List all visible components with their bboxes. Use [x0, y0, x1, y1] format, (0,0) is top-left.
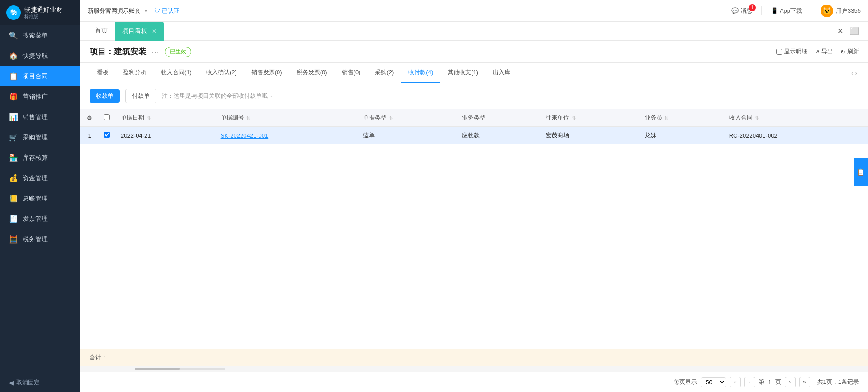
tab-close-icon[interactable]: ✕: [152, 28, 156, 34]
scrollbar-row: [80, 366, 868, 372]
sidebar-item-invoice[interactable]: 🧾 发票管理: [0, 209, 80, 229]
th-doc-type[interactable]: 单据类型 ⇅: [358, 109, 457, 127]
sum-label: 合计：: [90, 354, 107, 361]
sub-tab-prev-arrow[interactable]: ‹: [851, 70, 853, 76]
doc-code-link[interactable]: SK-20220421-001: [221, 132, 269, 139]
td-row-num: 1: [80, 127, 99, 144]
sub-tab-purchase[interactable]: 采购(2): [368, 63, 401, 83]
td-partner: 宏茂商场: [540, 127, 639, 144]
sidebar-item-marketing[interactable]: 🎁 营销推广: [0, 86, 80, 107]
nav-label-sales: 销售管理: [23, 113, 48, 121]
nav-label-marketing: 营销推广: [23, 93, 48, 101]
floating-panel-btn[interactable]: 📋: [854, 158, 868, 186]
certified-shield-icon: 🛡: [154, 7, 160, 14]
topbar-msg-btn[interactable]: 💬 消息 1: [731, 7, 752, 15]
sidebar-footer-unpin[interactable]: ◀ 取消固定: [0, 373, 80, 392]
next-page-btn[interactable]: ›: [785, 377, 796, 387]
unpin-icon: ◀: [9, 379, 14, 386]
sub-tab-sales-invoice[interactable]: 销售发票(0): [244, 63, 289, 83]
export-btn[interactable]: ↗ 导出: [815, 48, 833, 56]
sidebar-item-purchase[interactable]: 🛒 采购管理: [0, 127, 80, 148]
sub-tab-profit[interactable]: 盈利分析: [116, 63, 154, 83]
th-partner: 往来单位 ⇅: [540, 109, 639, 127]
tab-project-board[interactable]: 项目看板 ✕: [115, 22, 164, 41]
refresh-btn[interactable]: ↻ 刷新: [840, 48, 859, 56]
table-footer-sum: 合计：: [80, 349, 868, 366]
phone-icon: 📱: [771, 7, 778, 14]
page-header: 项目：建筑安装 ··· 已生效 显示明细 ↗ 导出 ↻ 刷新: [80, 41, 868, 63]
sub-tab-next-arrow[interactable]: ›: [855, 70, 857, 76]
nav-icon-purchase: 🛒: [9, 133, 18, 142]
topbar-project-arrow[interactable]: ▼: [143, 8, 149, 14]
show-detail-checkbox[interactable]: [776, 49, 782, 55]
tabbar: 首页 项目看板 ✕ ✕ ⬜: [80, 22, 868, 41]
table-header-row: ⚙ 单据日期 ⇅ 单据编号 ⇅ 单据类型 ⇅ 业务类型 往来单位 ⇅ 业务员 ⇅…: [80, 109, 868, 127]
payment-btn[interactable]: 付款单: [125, 89, 156, 103]
td-check[interactable]: [99, 127, 115, 144]
nav-icon-invoice: 🧾: [9, 215, 18, 223]
sidebar: 畅 畅捷通好业财 标准版 🔍 搜索菜单🏠 快捷导航📋 项目合同🎁 营销推广📊 销…: [0, 0, 80, 392]
topbar: 新服务官网演示账套 ▼ 🛡 已认证 💬 消息 1 📱 App下载 🐱 用户335…: [80, 0, 868, 22]
msg-badge: 1: [749, 4, 756, 11]
th-date[interactable]: 单据日期 ⇅: [115, 109, 215, 127]
sidebar-item-search[interactable]: 🔍 搜索菜单: [0, 25, 80, 46]
tab-maximize-btn[interactable]: ⬜: [848, 25, 861, 38]
tab-home[interactable]: 首页: [88, 22, 115, 41]
per-page-select[interactable]: 50 100 200: [701, 377, 726, 387]
td-doc-type: 蓝单: [358, 127, 457, 144]
topbar-project[interactable]: 新服务官网演示账套 ▼: [88, 7, 149, 15]
page-title: 项目：建筑安装: [90, 46, 146, 57]
table-body: 1 2022-04-21 SK-20220421-001 蓝单 应收款 宏茂商场…: [80, 127, 868, 144]
first-page-btn[interactable]: «: [730, 377, 741, 387]
last-page-icon: »: [803, 379, 806, 385]
certified-label: 已认证: [162, 7, 179, 15]
sidebar-item-finance[interactable]: 💰 资金管理: [0, 168, 80, 188]
th-check[interactable]: [99, 109, 115, 127]
th-income-contract: 收入合同 ⇅: [724, 109, 868, 127]
tab-close-window-btn[interactable]: ✕: [834, 25, 846, 38]
panel-icon: 📋: [857, 168, 864, 176]
sidebar-item-shortcut[interactable]: 🏠 快捷导航: [0, 46, 80, 66]
th-code[interactable]: 单据编号 ⇅: [215, 109, 358, 127]
sidebar-item-project[interactable]: 📋 项目合同: [0, 66, 80, 86]
nav-icon-ledger: 📒: [9, 194, 18, 203]
sub-tab-other[interactable]: 其他收支(1): [440, 63, 486, 83]
sub-tab-kanban[interactable]: 看板: [90, 63, 116, 83]
sub-tab-income-contract[interactable]: 收入合同(1): [154, 63, 199, 83]
horizontal-scrollbar[interactable]: [135, 368, 225, 370]
scrollbar-thumb[interactable]: [135, 368, 180, 370]
sub-tab-tax-invoice[interactable]: 税务发票(0): [289, 63, 335, 83]
topbar-user-btn[interactable]: 🐱 用户3355: [821, 5, 861, 17]
td-salesperson: 龙妹: [639, 127, 724, 144]
topbar-divider-2: [811, 6, 811, 15]
receipt-btn[interactable]: 收款单: [90, 89, 120, 103]
sidebar-item-sales[interactable]: 📊 销售管理: [0, 107, 80, 127]
nav-icon-tax: 🧮: [9, 235, 18, 244]
select-all-checkbox[interactable]: [104, 114, 110, 120]
table-container: ⚙ 单据日期 ⇅ 单据编号 ⇅ 单据类型 ⇅ 业务类型 往来单位 ⇅ 业务员 ⇅…: [80, 109, 868, 349]
prev-page-btn[interactable]: ‹: [744, 377, 755, 387]
sidebar-item-ledger[interactable]: 📒 总账管理: [0, 188, 80, 209]
nav-label-tax: 税务管理: [23, 235, 48, 244]
td-code[interactable]: SK-20220421-001: [215, 127, 358, 144]
sidebar-item-inventory[interactable]: 🏪 库存核算: [0, 148, 80, 168]
page-more-btn[interactable]: ···: [152, 48, 160, 55]
next-page-icon: ›: [789, 379, 791, 385]
sub-tab-sales[interactable]: 销售(0): [335, 63, 368, 83]
sub-tab-inout[interactable]: 出入库: [486, 63, 518, 83]
nav-icon-project: 📋: [9, 72, 18, 81]
unpin-label: 取消固定: [16, 378, 40, 387]
per-page-label: 每页显示: [674, 378, 697, 386]
topbar-app-btn[interactable]: 📱 App下载: [771, 7, 802, 15]
table-row[interactable]: 1 2022-04-21 SK-20220421-001 蓝单 应收款 宏茂商场…: [80, 127, 868, 144]
sub-tab-income-confirm[interactable]: 收入确认(2): [199, 63, 244, 83]
sub-tab-receipt[interactable]: 收付款(4): [401, 63, 440, 83]
last-page-btn[interactable]: »: [799, 377, 810, 387]
th-gear[interactable]: ⚙: [80, 109, 99, 127]
export-icon: ↗: [815, 48, 820, 55]
show-detail-label: 显示明细: [784, 48, 807, 56]
nav-label-project: 项目合同: [23, 72, 48, 81]
sidebar-item-tax[interactable]: 🧮 税务管理: [0, 229, 80, 249]
show-detail-checkbox-label[interactable]: 显示明细: [776, 48, 807, 56]
row-checkbox[interactable]: [104, 132, 110, 138]
